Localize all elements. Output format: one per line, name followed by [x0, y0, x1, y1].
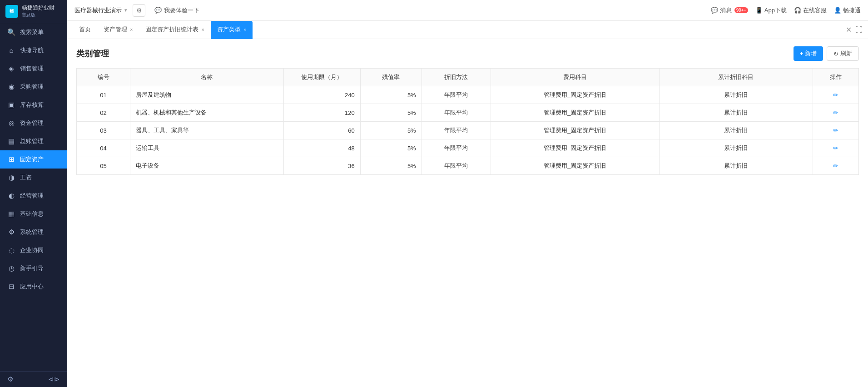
col-header-accum: 累计折旧科目	[660, 69, 813, 86]
cell-method: 年限平均	[422, 86, 491, 104]
tab-asset-mgmt[interactable]: 资产管理 ×	[97, 21, 139, 39]
sidebar-item-ledger[interactable]: ▤ 总账管理	[0, 132, 67, 150]
sidebar-item-payroll[interactable]: ◑ 工资	[0, 169, 67, 187]
industry-label: 医疗器械行业演示	[74, 6, 122, 15]
cell-period: 120	[283, 104, 360, 122]
app-logo-icon: 畅	[5, 5, 18, 18]
message-button[interactable]: 💬 消息 99++	[711, 6, 748, 15]
sidebar-item-label: 系统管理	[20, 228, 44, 236]
edit-button-icon[interactable]: ✏	[833, 127, 838, 134]
window-close-button[interactable]: ✕	[846, 25, 852, 34]
cell-id: 02	[77, 104, 130, 122]
app-name-block: 畅捷通好业财 普及版	[22, 5, 55, 18]
online-service-label: 在线客服	[803, 6, 827, 15]
experience-button[interactable]: 💬 我要体验一下	[154, 6, 199, 15]
tab-depreciation-close[interactable]: ×	[201, 27, 204, 32]
app-download-button[interactable]: 📱 App下载	[755, 6, 787, 15]
edit-button-icon[interactable]: ✏	[833, 91, 838, 99]
cell-name: 运输工具	[130, 139, 284, 157]
tab-home[interactable]: 首页	[73, 21, 97, 39]
cell-name: 电子设备	[130, 157, 284, 175]
cell-expense: 管理费用_固定资产折旧	[491, 139, 659, 157]
app-center-icon: ⊟	[7, 283, 15, 291]
cell-name: 器具、工具、家具等	[130, 122, 284, 139]
sidebar-item-quick-nav[interactable]: ⌂ 快捷导航	[0, 41, 67, 60]
table-row: 02机器、机械和其他生产设备1205%年限平均管理费用_固定资产折旧累计折旧✏	[77, 104, 859, 122]
col-header-residual: 残值率	[360, 69, 422, 86]
page-header: 类别管理 + 新增 ↻ 刷新	[76, 46, 859, 61]
sidebar-item-label: 销售管理	[20, 64, 44, 73]
sidebar-item-system[interactable]: ⚙ 系统管理	[0, 223, 67, 241]
message-badge: 99++	[734, 7, 748, 13]
sidebar-item-label: 快捷导航	[20, 46, 44, 55]
tab-asset-mgmt-close[interactable]: ×	[130, 27, 133, 32]
sidebar-item-label: 固定资产	[20, 155, 44, 164]
message-icon: 💬	[711, 7, 718, 14]
asset-type-table: 编号 名称 使用期限（月） 残值率 折旧方法 费用科目 累计折旧科目 操作 01…	[76, 68, 859, 175]
inventory-icon: ▣	[7, 101, 15, 109]
edit-button[interactable]: ✏	[813, 139, 858, 157]
col-header-expense: 费用科目	[491, 69, 659, 86]
col-header-action: 操作	[813, 69, 858, 86]
sidebar-item-purchase[interactable]: ◉ 采购管理	[0, 78, 67, 96]
cell-method: 年限平均	[422, 139, 491, 157]
col-header-method: 折旧方法	[422, 69, 491, 86]
cell-residual: 5%	[360, 104, 422, 122]
table-row: 04运输工具485%年限平均管理费用_固定资产折旧累计折旧✏	[77, 139, 859, 157]
window-maximize-button[interactable]: ⛶	[855, 26, 863, 34]
sidebar-item-label: 总账管理	[20, 137, 44, 145]
edit-button[interactable]: ✏	[813, 122, 858, 139]
sidebar-item-enterprise[interactable]: ◌ 企业协同	[0, 241, 67, 259]
new-button[interactable]: + 新增	[794, 46, 823, 61]
edit-button-icon[interactable]: ✏	[833, 144, 838, 152]
cell-expense: 管理费用_固定资产折旧	[491, 122, 659, 139]
cell-id: 04	[77, 139, 130, 157]
cell-name: 机器、机械和其他生产设备	[130, 104, 284, 122]
sidebar-logo: 畅 畅捷通好业财 普及版	[0, 0, 67, 23]
table-row: 01房屋及建筑物2405%年限平均管理费用_固定资产折旧累计折旧✏	[77, 86, 859, 104]
cell-expense: 管理费用_固定资产折旧	[491, 157, 659, 175]
app-name: 畅捷通好业财	[22, 5, 55, 12]
cell-accum: 累计折旧	[660, 157, 813, 175]
edit-button-icon[interactable]: ✏	[833, 109, 838, 116]
edit-button[interactable]: ✏	[813, 157, 858, 175]
sidebar-item-finance[interactable]: ◎ 资金管理	[0, 114, 67, 132]
tab-depreciation-table[interactable]: 固定资产折旧统计表 ×	[139, 21, 210, 39]
sidebar-item-fixed-assets[interactable]: ⊞ 固定资产	[0, 150, 67, 169]
system-icon: ⚙	[7, 228, 15, 236]
sidebar-item-base-info[interactable]: ▦ 基础信息	[0, 205, 67, 223]
edit-button[interactable]: ✏	[813, 104, 858, 122]
main-area: 医疗器械行业演示 ▾ ⚙ 💬 我要体验一下 💬 消息 99++ 📱 App下载 …	[67, 0, 868, 387]
tab-asset-type-close[interactable]: ×	[243, 27, 246, 32]
user-profile-button[interactable]: 👤 畅捷通	[834, 6, 861, 15]
refresh-button[interactable]: ↻ 刷新	[827, 46, 859, 61]
industry-selector[interactable]: 医疗器械行业演示 ▾	[74, 6, 127, 15]
edit-button[interactable]: ✏	[813, 86, 858, 104]
sidebar-item-inventory[interactable]: ▣ 库存核算	[0, 96, 67, 114]
app-edition: 普及版	[22, 12, 55, 18]
sidebar-item-sales[interactable]: ◈ 销售管理	[0, 60, 67, 78]
cell-method: 年限平均	[422, 104, 491, 122]
cell-id: 03	[77, 122, 130, 139]
sidebar-item-guide[interactable]: ◷ 新手引导	[0, 259, 67, 278]
table-row: 05电子设备365%年限平均管理费用_固定资产折旧累计折旧✏	[77, 157, 859, 175]
col-header-name: 名称	[130, 69, 284, 86]
online-service-button[interactable]: 🎧 在线客服	[794, 6, 827, 15]
cell-accum: 累计折旧	[660, 86, 813, 104]
sidebar-item-search[interactable]: 🔍 搜索菜单	[0, 23, 67, 41]
collapse-icon[interactable]: ⊲⊳	[48, 375, 60, 383]
tab-asset-type[interactable]: 资产类型 ×	[211, 21, 253, 39]
topbar-settings-button[interactable]: ⚙	[133, 4, 145, 17]
sidebar: 畅 畅捷通好业财 普及版 🔍 搜索菜单 ⌂ 快捷导航 ◈ 销售管理 ◉ 采购管理…	[0, 0, 67, 387]
col-header-id: 编号	[77, 69, 130, 86]
chevron-down-icon: ▾	[124, 7, 127, 13]
chat-icon: 💬	[154, 7, 162, 14]
cell-residual: 5%	[360, 139, 422, 157]
sidebar-item-label: 基础信息	[20, 210, 44, 218]
sidebar-item-app-center[interactable]: ⊟ 应用中心	[0, 278, 67, 296]
sidebar-item-operations[interactable]: ◐ 经营管理	[0, 187, 67, 205]
settings-bottom-icon[interactable]: ⚙	[7, 375, 13, 383]
home-icon: ⌂	[7, 46, 15, 54]
cell-residual: 5%	[360, 86, 422, 104]
edit-button-icon[interactable]: ✏	[833, 162, 838, 169]
